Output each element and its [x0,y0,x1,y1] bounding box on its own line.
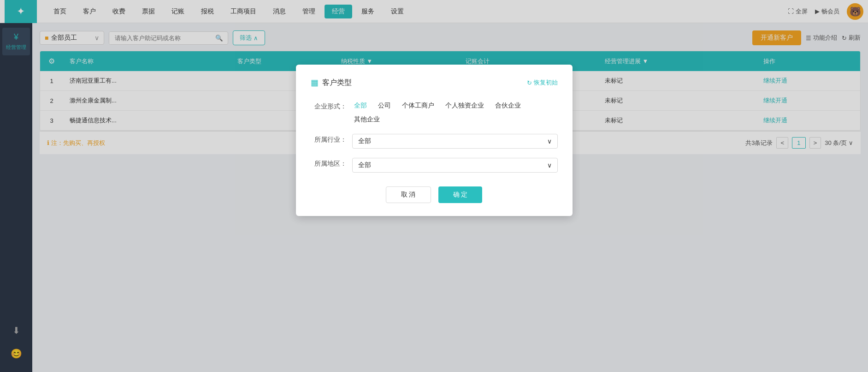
region-dropdown[interactable]: 全部 ∨ [352,158,558,173]
modal-reset-button[interactable]: ↻ 恢复初始 [527,78,558,87]
form-option-company[interactable]: 公司 [376,101,393,111]
form-option-sole[interactable]: 个人独资企业 [443,101,486,111]
enterprise-options: 全部 公司 个体工商户 个人独资企业 合伙企业 其他企业 [352,101,558,125]
form-option-selfemployed[interactable]: 个体工商户 [400,101,436,111]
confirm-button[interactable]: 确 定 [438,186,483,203]
form-option-all[interactable]: 全部 [352,101,369,111]
industry-arrow-icon: ∨ [547,138,552,145]
industry-select-area: 全部 ∨ [352,134,558,149]
modal-region-row: 所属地区： 全部 ∨ [311,158,558,173]
form-option-other[interactable]: 其他企业 [352,114,382,125]
modal-overlay[interactable]: ▦ 客户类型 ↻ 恢复初始 企业形式： 全部 公司 个体工商户 个人独资企业 合… [0,0,868,372]
modal-industry-row: 所属行业： 全部 ∨ [311,134,558,149]
modal-title-icon: ▦ [311,78,319,88]
form-option-partnership[interactable]: 合伙企业 [493,101,523,111]
reset-icon: ↻ [527,79,532,86]
region-select-area: 全部 ∨ [352,158,558,173]
enterprise-forms: 全部 公司 个体工商户 个人独资企业 合伙企业 其他企业 [352,101,558,125]
enterprise-label: 企业形式： [311,101,352,111]
modal-title-area: ▦ 客户类型 [311,78,352,88]
modal-footer: 取 消 确 定 [311,186,558,203]
modal-enterprise-row: 企业形式： 全部 公司 个体工商户 个人独资企业 合伙企业 其他企业 [311,101,558,125]
industry-dropdown[interactable]: 全部 ∨ [352,134,558,149]
industry-value: 全部 [358,137,371,145]
cancel-button[interactable]: 取 消 [386,186,431,203]
reset-label: 恢复初始 [534,78,558,87]
industry-label: 所属行业： [311,134,352,144]
region-label: 所属地区： [311,158,352,168]
region-arrow-icon: ∨ [547,162,552,169]
region-value: 全部 [358,161,371,169]
modal-title-text: 客户类型 [322,78,352,88]
modal-header: ▦ 客户类型 ↻ 恢复初始 [311,78,558,88]
filter-modal: ▦ 客户类型 ↻ 恢复初始 企业形式： 全部 公司 个体工商户 个人独资企业 合… [296,65,573,216]
